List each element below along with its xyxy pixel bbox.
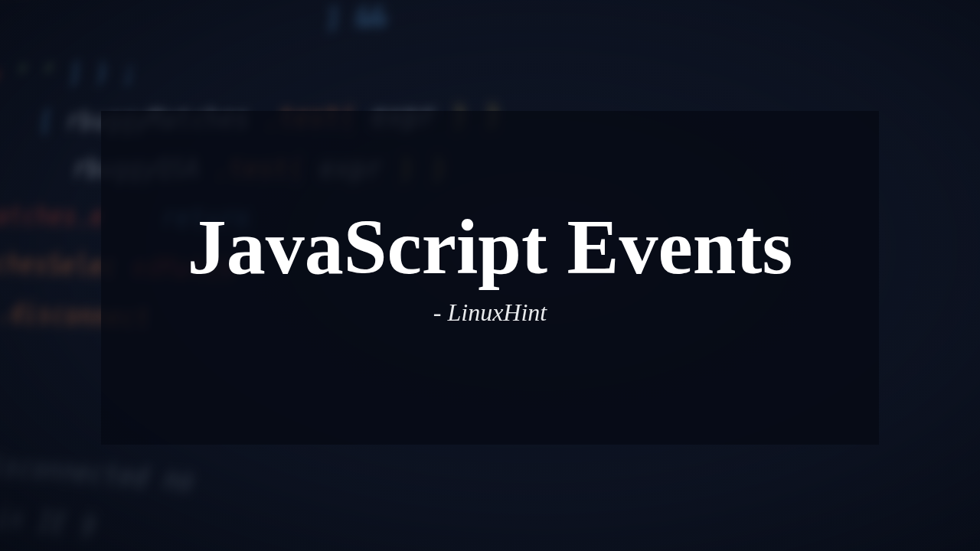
subtitle: - LinuxHint — [433, 298, 547, 327]
bg-token: documentIsHTML — [0, 0, 104, 3]
bg-token: " " — [14, 60, 57, 90]
bg-token: ] && — [325, 2, 388, 34]
title-card: JavaScript Events - LinuxHint — [101, 111, 879, 445]
main-title: JavaScript Events — [188, 206, 793, 288]
bg-token: expr + — [0, 61, 5, 91]
bg-token: matches.e — [0, 201, 106, 232]
bg-token: ] ) ; — [67, 57, 138, 88]
